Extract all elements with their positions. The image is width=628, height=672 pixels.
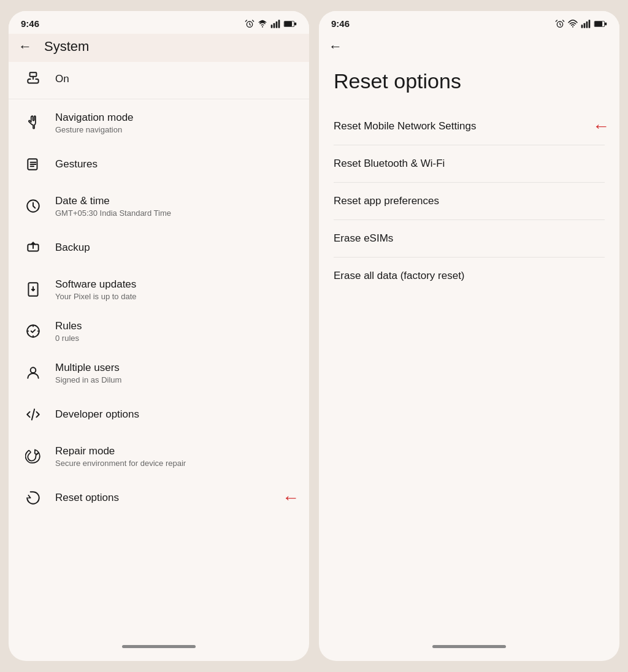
settings-item-navigation-mode[interactable]: Navigation mode Gesture navigation (9, 102, 309, 143)
partial-item-text: On (55, 73, 69, 85)
date-time-title: Date & time (55, 195, 171, 207)
svg-rect-9 (285, 21, 293, 26)
partial-item[interactable]: On (9, 62, 309, 99)
reset-item-app-preferences[interactable]: Reset app preferences (319, 183, 619, 220)
reset-item-mobile-network[interactable]: Reset Mobile Network Settings ← (319, 108, 619, 145)
developer-options-title: Developer options (55, 408, 139, 421)
reset-options-title-area: Reset options (319, 57, 619, 108)
left-red-arrow-indicator: ← (282, 488, 299, 508)
right-red-arrow-indicator: ← (592, 116, 610, 136)
rules-icon (21, 319, 45, 343)
reset-options-title: Reset options (55, 492, 119, 504)
left-home-indicator (122, 645, 196, 648)
svg-rect-2 (271, 25, 273, 28)
right-battery-icon (594, 20, 607, 28)
reset-options-icon (21, 486, 45, 510)
plug-icon (25, 71, 41, 87)
reset-options-page-title: Reset options (334, 69, 605, 93)
settings-item-developer-options[interactable]: Developer options (9, 394, 309, 435)
rules-text: Rules 0 rules (55, 320, 82, 343)
navigation-mode-text: Navigation mode Gesture navigation (55, 112, 134, 134)
navigation-mode-subtitle: Gesture navigation (55, 125, 134, 134)
settings-item-backup[interactable]: Backup (9, 227, 309, 269)
reset-svg-icon (25, 490, 41, 506)
right-top-bar: ← (319, 34, 619, 57)
developer-svg-icon (25, 407, 41, 422)
right-wifi-icon (568, 19, 578, 29)
multiple-users-subtitle: Signed in as Dilum (55, 375, 121, 384)
multiple-users-text: Multiple users Signed in as Dilum (55, 362, 121, 384)
users-icon (21, 361, 45, 385)
rules-svg-icon (25, 323, 41, 339)
software-updates-text: Software updates Your Pixel is up to dat… (55, 278, 137, 301)
right-back-button[interactable]: ← (329, 39, 342, 54)
backup-icon (21, 235, 45, 260)
repair-svg-icon (25, 448, 41, 464)
clock-svg-icon (25, 198, 41, 214)
settings-item-multiple-users[interactable]: Multiple users Signed in as Dilum (9, 352, 309, 394)
gestures-title: Gestures (55, 158, 98, 170)
left-content-area: Navigation mode Gesture navigation Gestu… (9, 102, 309, 636)
svg-rect-23 (605, 22, 607, 25)
right-status-bar: 9:46 (319, 11, 619, 34)
rules-subtitle: 0 rules (55, 334, 82, 343)
repair-mode-text: Repair mode Secure environment for devic… (55, 445, 186, 468)
reset-mobile-network-text: Reset Mobile Network Settings (334, 120, 476, 132)
users-svg-icon (25, 365, 41, 381)
backup-text: Backup (55, 242, 90, 254)
right-status-icons (555, 19, 607, 29)
right-signal-icon (581, 19, 591, 29)
multiple-users-title: Multiple users (55, 362, 121, 374)
settings-item-rules[interactable]: Rules 0 rules (9, 310, 309, 352)
right-home-indicator (432, 645, 506, 648)
repair-icon (21, 444, 45, 468)
left-phone-screen: 9:46 (9, 11, 309, 661)
date-time-subtitle: GMT+05:30 India Standard Time (55, 208, 171, 218)
left-screen-title: System (44, 39, 89, 55)
reset-bluetooth-wifi-text: Reset Bluetooth & Wi-Fi (334, 158, 445, 170)
battery-icon (283, 20, 297, 28)
gestures-icon (21, 152, 45, 177)
svg-rect-21 (589, 20, 591, 28)
rules-title: Rules (55, 320, 82, 332)
reset-item-erase-all-data[interactable]: Erase all data (factory reset) (319, 258, 619, 294)
left-bottom-bar (9, 636, 309, 661)
erase-esims-text: Erase eSIMs (334, 232, 393, 245)
right-bottom-bar (319, 636, 619, 661)
alarm-icon (245, 19, 255, 29)
reset-item-bluetooth-wifi[interactable]: Reset Bluetooth & Wi-Fi (319, 145, 619, 182)
left-back-button[interactable]: ← (18, 39, 32, 55)
software-updates-title: Software updates (55, 278, 137, 291)
date-time-text: Date & time GMT+05:30 India Standard Tim… (55, 195, 171, 218)
settings-item-software-updates[interactable]: Software updates Your Pixel is up to dat… (9, 269, 309, 310)
reset-app-preferences-text: Reset app preferences (334, 195, 439, 207)
svg-rect-20 (586, 21, 588, 28)
software-update-icon (21, 277, 45, 302)
repair-mode-title: Repair mode (55, 445, 186, 457)
gestures-text: Gestures (55, 158, 98, 170)
settings-item-reset-options[interactable]: Reset options ← (9, 477, 309, 519)
settings-item-repair-mode[interactable]: Repair mode Secure environment for devic… (9, 435, 309, 477)
reset-item-erase-esims[interactable]: Erase eSIMs (319, 220, 619, 257)
clock-icon (21, 194, 45, 218)
partial-item-icon (21, 67, 45, 91)
settings-item-gestures[interactable]: Gestures (9, 143, 309, 185)
svg-rect-4 (276, 21, 278, 28)
left-status-bar: 9:46 (9, 11, 309, 34)
right-alarm-icon (555, 19, 565, 29)
svg-rect-5 (278, 20, 280, 28)
update-svg-icon (25, 281, 41, 297)
svg-point-1 (262, 26, 263, 27)
wifi-icon (258, 19, 267, 29)
svg-rect-7 (294, 22, 296, 25)
navigation-mode-icon (21, 110, 45, 135)
screens-container: 9:46 (0, 1, 628, 671)
developer-icon (21, 402, 45, 427)
svg-rect-3 (274, 23, 275, 28)
left-time: 9:46 (21, 18, 39, 29)
svg-point-17 (572, 26, 573, 27)
settings-item-date-time[interactable]: Date & time GMT+05:30 India Standard Tim… (9, 185, 309, 227)
reset-options-text: Reset options (55, 492, 119, 504)
right-content-area: Reset Mobile Network Settings ← Reset Bl… (319, 108, 619, 636)
developer-options-text: Developer options (55, 408, 139, 421)
